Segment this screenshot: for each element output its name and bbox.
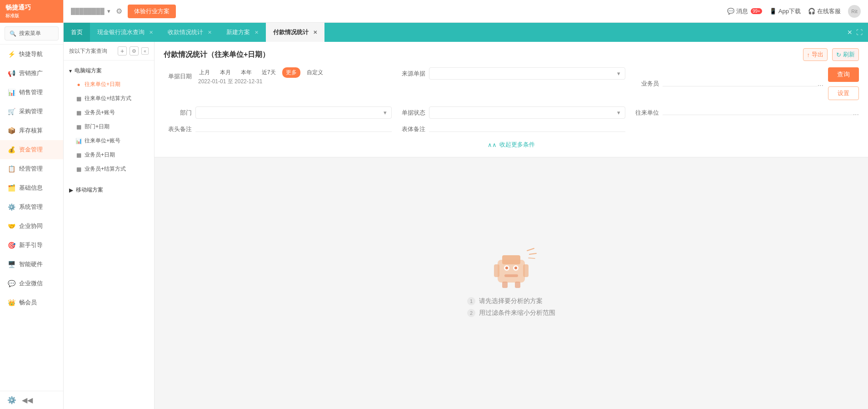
left-panel: 按以下方案查询 + ⚙ « ▾ 电脑端方案 ● 往来单位+日期 ▦ [64,42,155,409]
trial-industry-button[interactable]: 体验行业方案 [128,5,176,18]
edit-scheme-button[interactable]: ⚙ [130,46,139,56]
sidebar-item-finance[interactable]: 💰资金管理 [0,140,63,159]
tab-collection-stats-close[interactable]: ✕ [208,30,212,35]
user-avatar[interactable]: Rit [848,5,861,18]
salesman-dots[interactable]: ... [818,80,823,88]
setting-button[interactable]: 设置 [828,86,859,100]
date-tab-more[interactable]: 更多 [282,67,300,78]
close-tab-icon[interactable]: ✕ [847,29,853,36]
export-label: 导出 [812,50,823,59]
scheme-item-partner-settle[interactable]: ▦ 往来单位+结算方式 [64,91,154,106]
sidebar-item-operation[interactable]: 📋经营管理 [0,159,63,178]
date-tab-custom[interactable]: 自定义 [303,67,327,78]
step-1-text: 请先选择要分析的方案 [479,297,543,305]
scheme-item-partner-date[interactable]: ● 往来单位+日期 [64,77,154,91]
refresh-button[interactable]: ↻ 刷新 [832,48,859,61]
header-note-input[interactable] [195,127,392,132]
page-title: 付款情况统计（往来单位+日期） [164,50,269,60]
collapse-sidebar-icon[interactable]: ◀◀ [22,396,33,404]
sidebar-item-quick-nav[interactable]: ⚡快捷导航 [0,45,63,64]
scheme-item-partner-account[interactable]: 📊 往来单位+账号 [64,134,154,148]
sidebar-item-system[interactable]: ⚙️系统管理 [0,197,63,217]
partner-filter: 往来单位 ... [631,109,859,117]
maximize-icon[interactable]: ⛶ [856,29,863,36]
date-tab-this-month[interactable]: 本月 [216,67,234,78]
nav-icon-operation: 📋 [7,165,15,173]
nav-label-marketing: 营销推广 [19,69,43,77]
scheme-item-salesman-settle[interactable]: ▦ 业务员+结算方式 [64,162,154,176]
tab-collection-stats-label: 收款情况统计 [168,28,203,36]
sidebar-item-enterprise[interactable]: 🤝企业协同 [0,217,63,236]
company-name: ████████ [71,8,105,15]
settings-button[interactable]: ⚙ [116,7,122,15]
sidebar-item-basic-info[interactable]: 🗂️基础信息 [0,178,63,197]
scheme-item-label: 业务员+结算方式 [85,165,126,173]
main-content: ████████ ▾ ⚙ 体验行业方案 💬 消息 99+ 📱 App下载 🎧 在… [64,0,868,409]
sidebar-item-sales[interactable]: 📊销售管理 [0,83,63,102]
search-menu-button[interactable]: 🔍 搜索菜单 [5,26,59,40]
partner-dots[interactable]: ... [853,109,859,117]
nav-icon-finance: 💰 [7,146,15,154]
tab-home[interactable]: 首页 [64,23,90,42]
scheme-item-salesman-date[interactable]: ▦ 业务员+日期 [64,148,154,162]
scheme-group-mobile-header[interactable]: ▶ 移动端方案 [64,183,154,197]
sidebar-item-inventory[interactable]: 📦库存核算 [0,121,63,140]
chevron-down-icon: ▾ [384,109,387,116]
tab-new-scheme[interactable]: 新建方案 ✕ [219,23,266,42]
tab-payment-stats-close[interactable]: ✕ [313,30,317,35]
partner-input[interactable] [663,110,853,115]
tab-new-scheme-close[interactable]: ✕ [254,30,259,35]
tab-bank-flow-close[interactable]: ✕ [149,30,153,35]
export-button[interactable]: ↑ 导出 [803,48,828,61]
nav-icon-system: ⚙️ [7,203,15,211]
settings-icon[interactable]: ⚙️ [7,396,16,404]
sidebar-item-marketing[interactable]: 📢营销推广 [0,64,63,83]
date-tab-last-month[interactable]: 上月 [195,67,214,78]
app-name: 畅捷通巧 [5,4,31,12]
sidebar-item-member[interactable]: 👑畅会员 [0,293,63,312]
scheme-group-mobile-label: 移动端方案 [76,186,103,194]
tabbar: 首页 现金银行流水查询 ✕ 收款情况统计 ✕ 新建方案 ✕ 付款情况统计 ✕ ✕… [64,23,868,42]
sidebar: 畅捷通巧 标准版 🔍 搜索菜单 ⚡快捷导航📢营销推广📊销售管理🛒采购管理📦库存核… [0,0,64,409]
body-note-input[interactable] [429,127,625,132]
sidebar-item-guide[interactable]: 🎯新手引导 [0,236,63,255]
nav-label-inventory: 库存核算 [19,126,43,135]
message-icon: 💬 [727,8,734,15]
scheme-group-desktop-header[interactable]: ▾ 电脑端方案 [64,64,154,77]
date-tab-7days[interactable]: 近7天 [258,67,279,78]
scheme-icon: ▦ [75,110,82,116]
doc-status-select[interactable]: ▾ [429,106,625,119]
sidebar-item-hardware[interactable]: 🖥️智能硬件 [0,255,63,274]
query-button[interactable]: 查询 [828,67,859,82]
tab-payment-stats[interactable]: 付款情况统计 ✕ [266,23,324,42]
tab-collection-stats[interactable]: 收款情况统计 ✕ [160,23,219,42]
app-download-button[interactable]: 📱 App下载 [769,7,801,15]
collapse-panel-button[interactable]: « [141,47,149,55]
scheme-item-dept-date[interactable]: ▦ 部门+日期 [64,120,154,134]
scheme-group-desktop: ▾ 电脑端方案 ● 往来单位+日期 ▦ 往来单位+结算方式 ▦ 业务员+账号 ▦ [64,61,154,180]
svg-line-13 [529,258,535,258]
tab-bank-flow[interactable]: 现金银行流水查询 ✕ [90,23,160,42]
scheme-item-salesman-account[interactable]: ▦ 业务员+账号 [64,106,154,120]
source-doc-select[interactable]: ▾ [429,67,625,80]
sidebar-item-wechat[interactable]: 💬企业微信 [0,274,63,293]
dept-select[interactable]: ▾ [195,106,392,119]
app-download-label: App下载 [778,7,801,15]
nav-icon-marketing: 📢 [7,69,15,77]
body-note-filter: 表体备注 [397,125,625,133]
date-tabs: 上月 本月 本年 近7天 更多 自定义 [195,67,392,78]
message-button[interactable]: 💬 消息 99+ [727,7,762,15]
salesman-label: 业务员 [631,80,663,88]
online-service-button[interactable]: 🎧 在线客服 [808,7,841,15]
salesman-input[interactable] [663,81,818,86]
scheme-item-label: 往来单位+日期 [85,81,120,88]
nav-label-quick-nav: 快捷导航 [19,50,43,58]
date-tab-this-year[interactable]: 本年 [237,67,255,78]
add-scheme-button[interactable]: + [118,46,127,56]
refresh-label: 刷新 [843,50,855,59]
sidebar-item-purchase[interactable]: 🛒采购管理 [0,102,63,121]
collapse-more-button[interactable]: ∧∧ 收起更多条件 [164,136,859,151]
company-selector[interactable]: ████████ ▾ [71,8,110,15]
scheme-icon: ▦ [75,152,82,158]
nav-icon-member: 👑 [7,298,15,307]
